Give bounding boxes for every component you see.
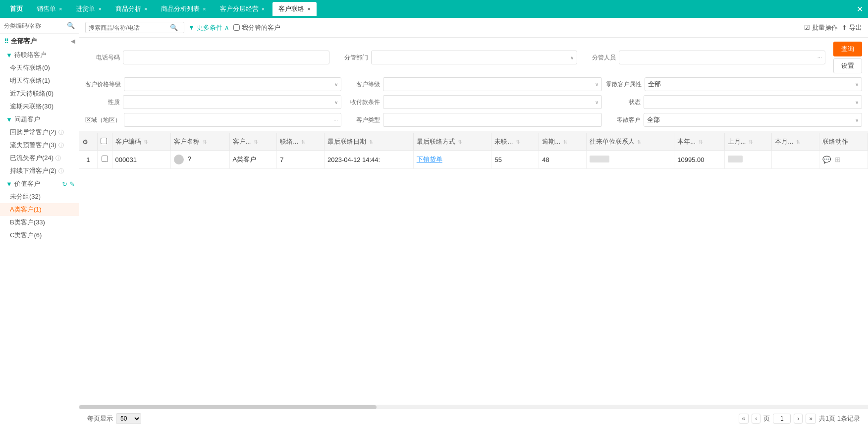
last-page-btn[interactable]: » xyxy=(806,414,816,424)
customer-level-input[interactable]: ∨ xyxy=(383,77,601,91)
all-customers-header[interactable]: ⠿ 全部客户 ◀ xyxy=(0,34,79,49)
value-customers-group[interactable]: ▼ 价值客户 ↻ ✎ xyxy=(0,177,79,190)
col-name[interactable]: 客户名称 ⇅ xyxy=(171,133,230,151)
status-input[interactable]: ∨ xyxy=(644,95,862,109)
col-gear[interactable]: ⚙ xyxy=(79,133,97,151)
col-customer-type[interactable]: 客户... ⇅ xyxy=(229,133,277,151)
gear-icon[interactable]: ⚙ xyxy=(82,138,88,146)
col-customer-type-sort-icon: ⇅ xyxy=(254,139,258,145)
col-code-label: 客户编码 xyxy=(115,138,141,145)
page-size-select[interactable]: 50 100 200 xyxy=(116,413,141,424)
analysis-list-tab-close[interactable]: × xyxy=(203,6,206,12)
purchase-tab-close[interactable]: × xyxy=(98,6,101,12)
search-icon[interactable]: 🔍 xyxy=(170,24,178,31)
col-overdue[interactable]: 逾期... ⇅ xyxy=(539,133,587,151)
nav-tab-purchase[interactable]: 进货单 × xyxy=(70,2,107,16)
col-this-year[interactable]: 本年... ⇅ xyxy=(674,133,724,151)
retail-attr-input[interactable]: 全部 ∨ xyxy=(645,77,862,91)
first-page-btn[interactable]: « xyxy=(739,414,749,424)
customer-type-input[interactable] xyxy=(383,113,601,127)
value-customers-refresh-icon[interactable]: ↻ xyxy=(62,180,67,188)
row-contact: 7 xyxy=(277,151,325,169)
close-all-tabs-icon[interactable]: ✕ xyxy=(857,4,863,14)
row-select-checkbox[interactable] xyxy=(102,156,108,162)
col-this-month[interactable]: 本月... ⇅ xyxy=(772,133,819,151)
problem-customers-group[interactable]: ▼ 问题客户 xyxy=(0,113,79,126)
more-conditions-btn[interactable]: ▼ 更多条件 ∧ xyxy=(188,23,229,32)
nav-tab-sales[interactable]: 销售单 × xyxy=(31,2,68,16)
sidebar-item-lost-forecast[interactable]: 流失预警客户(3) ⓘ xyxy=(0,139,79,152)
customer-segment-tab-close[interactable]: × xyxy=(262,6,265,12)
sidebar-item-tomorrow[interactable]: 明天待联络(1) xyxy=(0,74,79,87)
batch-operation-btn[interactable]: ☑ 批量操作 xyxy=(804,23,838,32)
col-code[interactable]: 客户编码 ⇅ xyxy=(112,133,171,151)
sidebar-search-icon[interactable]: 🔍 xyxy=(67,22,75,29)
col-customer-type-label: 客户... xyxy=(233,138,251,145)
row-this-year: 10995.00 xyxy=(674,151,724,169)
nav-tab-analysis[interactable]: 商品分析 × xyxy=(109,2,153,16)
col-no-contact[interactable]: 未联... ⇅ xyxy=(491,133,539,151)
prev-page-btn[interactable]: ‹ xyxy=(752,414,760,424)
sidebar-item-overdue-contact[interactable]: 逾期未联络(30) xyxy=(0,100,79,113)
lost-info-icon: ⓘ xyxy=(55,155,61,162)
overdue-value: 48 xyxy=(542,156,549,163)
last-method-value[interactable]: 下销货单 xyxy=(417,156,442,163)
sidebar-item-repeat-abnormal[interactable]: 回购异常客户(2) ⓘ xyxy=(0,126,79,139)
col-last-date[interactable]: 最后联络日期 ⇅ xyxy=(324,133,413,151)
query-button[interactable]: 查询 xyxy=(833,42,862,56)
customer-contact-tab-close[interactable]: × xyxy=(307,6,310,12)
col-contact[interactable]: 联络... ⇅ xyxy=(277,133,325,151)
dept-input[interactable]: ∨ xyxy=(371,51,578,64)
select-all-checkbox[interactable] xyxy=(101,138,107,144)
retail-attr-val: 全部 xyxy=(648,80,661,89)
batch-op-label: 批量操作 xyxy=(812,23,838,32)
analysis-tab-close[interactable]: × xyxy=(144,6,147,12)
total-records-label: 共1页 1条记录 xyxy=(819,414,860,423)
area-input[interactable]: ··· xyxy=(124,113,341,127)
sidebar-item-c-class[interactable]: C类客户(6) xyxy=(0,229,79,242)
horizontal-scrollbar-track[interactable] xyxy=(79,405,868,409)
retail-customer-arrow: ∨ xyxy=(855,117,859,123)
filter-icon: ▼ xyxy=(188,24,195,31)
last-month-bar xyxy=(728,156,743,162)
manager-input[interactable]: ··· xyxy=(619,51,825,64)
sidebar-item-week[interactable]: 近7天待联络(0) xyxy=(0,87,79,100)
action-qr-icon[interactable]: ⊞ xyxy=(835,156,841,163)
horizontal-scrollbar-thumb[interactable] xyxy=(79,405,377,409)
nature-input[interactable]: ∨ xyxy=(123,95,341,109)
action-comment-icon[interactable]: 💬 xyxy=(822,156,831,163)
col-unit-contact[interactable]: 往来单位联系人 ⇅ xyxy=(586,133,674,151)
price-level-input[interactable]: ∨ xyxy=(124,77,341,91)
sidebar-item-continuous-decline[interactable]: 持续下滑客户(2) ⓘ xyxy=(0,164,79,177)
sidebar-item-b-class[interactable]: B类客户(33) xyxy=(0,216,79,229)
col-last-month[interactable]: 上月... ⇅ xyxy=(724,133,772,151)
pending-contact-group[interactable]: ▼ 待联络客户 xyxy=(0,49,79,61)
my-customers-checkbox[interactable] xyxy=(233,24,240,31)
search-input[interactable] xyxy=(89,24,168,31)
phone-input[interactable] xyxy=(123,51,329,64)
sidebar-item-today[interactable]: 今天待联络(0) xyxy=(0,61,79,74)
sidebar-item-a-class[interactable]: A类客户(1) xyxy=(0,203,79,216)
export-btn[interactable]: ⬆ 导出 xyxy=(842,23,862,32)
page-label: 页 xyxy=(763,414,770,423)
nav-tab-home[interactable]: 首页 xyxy=(4,2,29,16)
nav-tab-analysis-list[interactable]: 商品分析列表 × xyxy=(155,2,212,16)
payment-input[interactable]: ∨ xyxy=(383,95,601,109)
setting-button[interactable]: 设置 xyxy=(833,58,862,73)
col-last-method[interactable]: 最后联络方式 ⇅ xyxy=(413,133,491,151)
value-customers-edit-icon[interactable]: ✎ xyxy=(69,180,75,188)
nav-tab-customer-segment[interactable]: 客户分层经营 × xyxy=(214,2,271,16)
sales-tab-label: 销售单 xyxy=(37,4,56,13)
page-number-input[interactable] xyxy=(773,414,791,424)
nav-tab-customer-contact[interactable]: 客户联络 × xyxy=(272,2,316,16)
retail-customer-input[interactable]: 全部 ∨ xyxy=(644,113,862,127)
data-table: ⚙ 客户编码 ⇅ 客户名称 ⇅ xyxy=(79,133,868,169)
problem-customers-label: 问题客户 xyxy=(14,115,40,124)
sidebar-search-input[interactable] xyxy=(4,22,65,29)
sidebar-item-unsorted[interactable]: 未分组(32) xyxy=(0,190,79,203)
next-page-btn[interactable]: › xyxy=(794,414,803,424)
col-code-sort-icon: ⇅ xyxy=(144,139,148,145)
sidebar-item-lost[interactable]: 已流失客户(24) ⓘ xyxy=(0,152,79,164)
batch-op-checkbox-icon: ☑ xyxy=(804,24,810,31)
sales-tab-close[interactable]: × xyxy=(59,6,62,12)
